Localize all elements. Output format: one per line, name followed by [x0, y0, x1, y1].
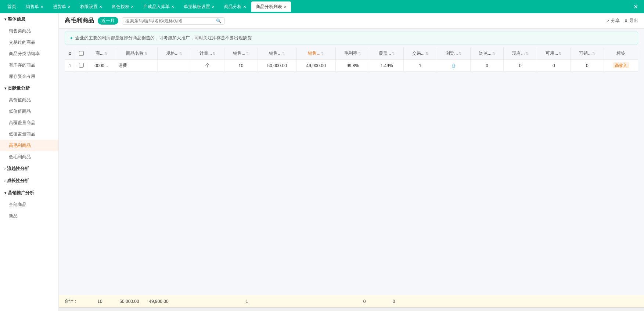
sidebar-section-overall-label: 整体信息	[8, 16, 25, 22]
col-spec[interactable]: 规格... ⇅	[158, 47, 191, 60]
col-spec-sort-icon: ⇅	[179, 52, 182, 55]
sidebar-item-low-margin[interactable]: 低毛利商品	[0, 151, 58, 163]
share-icon: ↗	[606, 18, 609, 23]
nav-tab-goods-analysis-list-close[interactable]: ✕	[284, 5, 287, 9]
search-box[interactable]: 🔍	[122, 17, 225, 25]
content-area: 高毛利商品 近一月 🔍 ↗ 分享 ⬇ 导出 ✦ 企业的主要的利润都是这部分商品创…	[59, 13, 644, 311]
sidebar-section-contribution[interactable]: ▾ 贡献量分析	[0, 82, 58, 94]
col-sale-amt[interactable]: 销售... ⇅	[258, 47, 296, 60]
filter-recent-month-button[interactable]: 近一月	[98, 17, 118, 25]
table-row: 1 0000... 运费 个 10 50,000.00 49,900.00 99…	[65, 60, 638, 72]
sidebar-section-contribution-label: 贡献量分析	[8, 85, 30, 91]
row-checkbox-cell[interactable]	[76, 60, 87, 72]
footer-empty3	[262, 299, 291, 304]
sidebar-item-new-goods[interactable]: 新品	[0, 210, 58, 222]
row-checkbox[interactable]	[79, 63, 84, 68]
nav-tab-template[interactable]: 单据模板设置 ✕	[179, 1, 219, 12]
nav-tab-goods-analysis[interactable]: 商品分析 ✕	[220, 1, 251, 12]
col-transaction[interactable]: 交易... ⇅	[403, 47, 437, 60]
footer-transaction: 1	[232, 299, 262, 304]
nav-tab-role-label: 角色授权	[112, 4, 129, 10]
sidebar-item-sales-goods-label: 销售类商品	[9, 28, 31, 33]
nav-tab-home[interactable]: 首页	[3, 1, 21, 12]
col-available[interactable]: 可用... ⇅	[537, 47, 571, 60]
row-sale-amt2: 49,900.00	[296, 60, 335, 72]
sidebar-section-growth[interactable]: › 成长性分析	[0, 175, 58, 187]
nav-tab-product-inbound[interactable]: 产成品入库单 ✕	[139, 1, 179, 12]
nav-tab-role[interactable]: 角色授权 ✕	[107, 1, 138, 12]
nav-tab-goods-analysis-list[interactable]: 商品分析列表 ✕	[251, 1, 291, 12]
nav-tab-product-inbound-label: 产成品入库单	[143, 4, 170, 10]
col-coverage[interactable]: 覆盖... ⇅	[370, 47, 403, 60]
sidebar-item-stock-capital[interactable]: 库存资金占用	[0, 71, 58, 82]
row-browse1[interactable]: 0	[437, 60, 470, 72]
row-available: 0	[537, 60, 571, 72]
nav-tab-permission[interactable]: 权限设置 ✕	[76, 1, 107, 12]
nav-tab-template-close[interactable]: ✕	[212, 5, 215, 9]
sidebar-item-high-coverage[interactable]: 高覆盖量商品	[0, 117, 58, 129]
share-button[interactable]: ↗ 分享	[606, 18, 620, 24]
sidebar-section-marketing[interactable]: ▾ 营销推广分析	[0, 187, 58, 199]
row-name: 运费	[116, 60, 157, 72]
col-gross-rate[interactable]: 毛利率 ⇅	[335, 47, 370, 60]
sidebar-item-in-stock[interactable]: 有库存的商品	[0, 59, 58, 71]
sidebar-item-traded-goods[interactable]: 交易过的商品	[0, 37, 58, 48]
col-checkbox[interactable]	[76, 47, 87, 60]
browse1-link[interactable]: 0	[452, 63, 455, 68]
col-unit-sort-icon: ⇅	[213, 52, 216, 55]
col-sale-qty[interactable]: 销售... ⇅	[224, 47, 258, 60]
row-saleable: 0	[571, 60, 604, 72]
search-input[interactable]	[125, 18, 216, 23]
footer-label: 合计：	[65, 298, 78, 304]
search-icon[interactable]: 🔍	[216, 18, 222, 23]
sidebar-item-high-coverage-label: 高覆盖量商品	[9, 120, 35, 125]
col-browse1-label: 浏览...	[446, 50, 458, 57]
nav-tab-purchase[interactable]: 进货单 ✕	[48, 1, 75, 12]
select-all-checkbox[interactable]	[79, 51, 84, 56]
sidebar-item-low-coverage[interactable]: 低覆盖量商品	[0, 129, 58, 140]
sidebar-item-high-margin[interactable]: 高毛利商品	[0, 140, 58, 151]
sidebar-item-low-coverage-label: 低覆盖量商品	[9, 131, 35, 137]
col-sale-amt2-label: 销售...	[308, 50, 320, 57]
sidebar-item-high-margin-label: 高毛利商品	[9, 143, 31, 148]
sidebar-item-sales-goods[interactable]: 销售类商品	[0, 25, 58, 37]
sidebar-item-category-rate[interactable]: 商品分类助销率	[0, 48, 58, 59]
nav-tab-product-inbound-close[interactable]: ✕	[171, 5, 174, 9]
col-unit[interactable]: 计量... ⇅	[191, 47, 224, 60]
export-button[interactable]: ⬇ 导出	[624, 18, 638, 24]
row-coverage: 1.49%	[370, 60, 403, 72]
col-sale-qty-sort-icon: ⇅	[246, 52, 249, 55]
nav-tab-sales-close[interactable]: ✕	[40, 5, 43, 9]
nav-tab-role-close[interactable]: ✕	[131, 5, 134, 9]
sidebar-item-high-value[interactable]: 高价值商品	[0, 94, 58, 106]
nav-tab-goods-analysis-close[interactable]: ✕	[243, 5, 246, 9]
info-banner: ✦ 企业的主要的利润都是这部分商品创造的，可考虑加大推广，同时关注库存是不要出现…	[65, 32, 638, 44]
contribution-arrow-icon: ▾	[4, 86, 6, 90]
sidebar-section-trend-label: 流趋性分析	[7, 166, 29, 172]
nav-tab-purchase-close[interactable]: ✕	[68, 5, 71, 9]
window-close-button[interactable]: ✕	[630, 3, 641, 10]
sidebar-section-overall[interactable]: ▾ 整体信息	[0, 13, 58, 25]
sidebar-section-trend[interactable]: › 流趋性分析	[0, 163, 58, 175]
bottom-scrollbar[interactable]	[59, 307, 644, 311]
col-browse2[interactable]: 浏览... ⇅	[470, 47, 504, 60]
footer-empty4	[291, 299, 320, 304]
col-code[interactable]: 商... ⇅	[87, 47, 116, 60]
sidebar-item-stock-capital-label: 库存资金占用	[9, 74, 35, 79]
nav-tab-goods-analysis-label: 商品分析	[224, 4, 242, 10]
nav-tab-sales[interactable]: 销售单 ✕	[21, 1, 48, 12]
col-browse1[interactable]: 浏览... ⇅	[437, 47, 470, 60]
sidebar-item-all-goods[interactable]: 全部商品	[0, 199, 58, 210]
sidebar-section-marketing-label: 营销推广分析	[8, 190, 34, 196]
col-sale-qty-label: 销售...	[233, 50, 245, 57]
nav-tab-permission-close[interactable]: ✕	[99, 5, 102, 9]
col-sale-amt2[interactable]: 销售... ⇅	[296, 47, 335, 60]
col-tag[interactable]: 标签	[604, 47, 638, 60]
col-settings[interactable]: ⚙	[65, 47, 76, 60]
col-current[interactable]: 现有... ⇅	[504, 47, 537, 60]
sidebar-item-low-value[interactable]: 低价值商品	[0, 106, 58, 117]
col-saleable[interactable]: 可销... ⇅	[571, 47, 604, 60]
footer-sale-qty: 10	[85, 299, 115, 304]
sidebar-item-traded-goods-label: 交易过的商品	[9, 40, 35, 45]
col-name[interactable]: 商品名称 ⇅	[116, 47, 157, 60]
